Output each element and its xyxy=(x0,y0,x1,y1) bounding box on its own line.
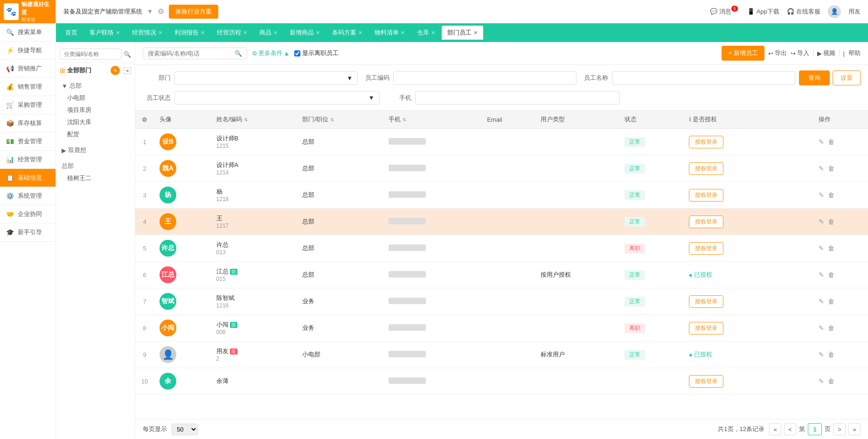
edit-icon[interactable]: ✎ xyxy=(819,165,824,172)
search-btn[interactable]: 查询 xyxy=(799,70,830,85)
edit-icon[interactable]: ✎ xyxy=(819,244,824,252)
delete-icon[interactable]: 🗑 xyxy=(828,218,834,225)
sidebar-item-operations[interactable]: 📊 经营管理 xyxy=(0,151,56,169)
sidebar-item-sales[interactable]: 💰 销售管理 xyxy=(0,78,56,96)
dept-child-distribution[interactable]: 配货 xyxy=(56,128,135,140)
dept-filter-select[interactable]: ▼ xyxy=(174,71,358,85)
search-icon[interactable]: 🔍 xyxy=(235,50,242,57)
close-icon[interactable]: ✕ xyxy=(401,30,405,36)
close-icon[interactable]: ✕ xyxy=(431,30,435,36)
user-avatar[interactable]: 👤 xyxy=(828,5,841,18)
collapse-icon[interactable]: « xyxy=(124,67,131,74)
app-download-btn[interactable]: 📱 App下载 xyxy=(747,7,779,16)
name-filter-input[interactable] xyxy=(612,71,795,85)
help-text-btn[interactable]: 帮助 xyxy=(848,49,861,57)
reset-btn[interactable]: 设置 xyxy=(833,70,861,85)
delete-icon[interactable]: 🗑 xyxy=(828,298,834,305)
tab-history[interactable]: 经营历程 ✕ xyxy=(211,26,253,40)
add-employee-btn[interactable]: + 新增员工 xyxy=(722,46,764,61)
delete-icon[interactable]: 🗑 xyxy=(828,271,834,279)
delete-icon[interactable]: 🗑 xyxy=(828,138,834,146)
import-btn[interactable]: ↪ 导入 xyxy=(791,49,809,57)
close-icon[interactable]: ✕ xyxy=(158,30,162,36)
code-filter-input[interactable] xyxy=(393,71,576,85)
dept-child-project[interactable]: 项目库房 xyxy=(56,104,135,116)
online-service-btn[interactable]: 🎧 在线客服 xyxy=(787,7,820,16)
dept-group-label-shuanglu[interactable]: ▶ 双鹿想 xyxy=(56,144,135,156)
search-input[interactable] xyxy=(148,50,232,57)
auth-login-btn[interactable]: 授权登录 xyxy=(689,216,723,228)
trial-btn[interactable]: 体验行业方案 xyxy=(169,5,218,19)
sidebar-item-quick-nav[interactable]: ⚡ 快捷导航 xyxy=(0,42,56,60)
tab-home[interactable]: 首页 xyxy=(60,26,83,40)
dept-child-shenyang[interactable]: 沈阳大库 xyxy=(56,116,135,128)
user-name[interactable]: 用友 xyxy=(848,7,861,16)
export-btn[interactable]: ↩ 导出 xyxy=(768,49,787,57)
dept-group-label-zongbu[interactable]: 总部 xyxy=(56,160,135,172)
sidebar-item-system[interactable]: ⚙️ 系统管理 xyxy=(0,187,56,205)
edit-icon[interactable]: ✎ xyxy=(819,351,824,358)
show-resigned-checkbox[interactable]: 显示离职员工 xyxy=(294,49,339,57)
delete-icon[interactable]: 🗑 xyxy=(828,191,834,199)
delete-icon[interactable]: 🗑 xyxy=(828,244,834,252)
help-btn[interactable]: | xyxy=(843,50,845,57)
auth-login-btn[interactable]: 授权登录 xyxy=(689,242,723,255)
sidebar-item-guide[interactable]: 🎓 新手引导 xyxy=(0,223,56,242)
delete-icon[interactable]: 🗑 xyxy=(828,324,834,332)
sidebar-item-search[interactable]: 🔍 搜索菜单 xyxy=(0,23,56,42)
edit-icon[interactable]: ✎ xyxy=(819,377,824,385)
close-icon[interactable]: ✕ xyxy=(358,30,362,36)
auth-login-btn[interactable]: 授权登录 xyxy=(689,162,723,175)
auth-login-btn[interactable]: 授权登录 xyxy=(689,322,723,334)
tab-goods[interactable]: 商品 ✕ xyxy=(254,26,283,40)
edit-icon[interactable]: ✎ xyxy=(819,271,824,279)
edit-icon[interactable]: ✎ xyxy=(819,218,824,225)
col-settings[interactable]: ⚙ xyxy=(135,111,154,129)
auth-login-btn[interactable]: 授权登录 xyxy=(689,189,723,202)
sidebar-item-collab[interactable]: 🤝 企业协同 xyxy=(0,205,56,223)
close-icon[interactable]: ✕ xyxy=(316,30,320,36)
last-page-btn[interactable]: » xyxy=(848,423,861,435)
close-icon[interactable]: ✕ xyxy=(473,30,478,36)
dept-child-zhishu[interactable]: 植树王二 xyxy=(56,172,135,184)
current-page[interactable]: 1 xyxy=(808,423,822,435)
edit-icon[interactable]: ✎ xyxy=(819,191,824,199)
delete-icon[interactable]: 🗑 xyxy=(828,165,834,172)
tab-bom[interactable]: 物料清单 ✕ xyxy=(369,26,410,40)
edit-icon[interactable]: ✎ xyxy=(819,138,824,146)
edit-icon[interactable]: ✎ xyxy=(111,66,120,75)
tab-profit[interactable]: 利润报告 ✕ xyxy=(169,26,210,40)
tab-operations[interactable]: 经营情况 ✕ xyxy=(126,26,168,40)
delete-icon[interactable]: 🗑 xyxy=(828,351,834,358)
sidebar-item-basics[interactable]: 📋 基础信息 xyxy=(0,169,56,187)
more-filter-btn[interactable]: ⚙ 更多条件 ▲ xyxy=(252,49,290,57)
col-dept[interactable]: 部门/职位 ⇅ xyxy=(297,111,383,129)
auth-login-btn[interactable]: 授权登录 xyxy=(689,375,723,388)
dept-search-input[interactable] xyxy=(60,49,122,60)
message-btn[interactable]: 💬 消息 6 xyxy=(710,7,740,16)
phone-filter-input[interactable] xyxy=(415,91,620,105)
prev-page-btn[interactable]: < xyxy=(784,423,796,435)
auth-login-btn[interactable]: 授权登录 xyxy=(689,136,723,148)
resigned-checkbox-input[interactable] xyxy=(294,50,300,56)
sidebar-item-purchase[interactable]: 🛒 采购管理 xyxy=(0,96,56,114)
close-icon[interactable]: ✕ xyxy=(243,30,247,36)
close-icon[interactable]: ✕ xyxy=(273,30,278,36)
edit-icon[interactable]: ✎ xyxy=(819,324,824,332)
tab-department[interactable]: 部门员工 ✕ xyxy=(442,26,483,40)
close-icon[interactable]: ✕ xyxy=(201,30,205,36)
sidebar-item-inventory[interactable]: 📦 库存核算 xyxy=(0,114,56,132)
first-page-btn[interactable]: « xyxy=(769,423,781,435)
edit-icon[interactable]: ✎ xyxy=(819,298,824,305)
auth-login-btn[interactable]: 授权登录 xyxy=(689,295,723,308)
video-btn[interactable]: ▶ 视频 xyxy=(817,49,835,57)
dropdown-arrow[interactable]: ▼ xyxy=(147,8,153,15)
delete-icon[interactable]: 🗑 xyxy=(828,377,834,385)
settings-icon[interactable]: ⚙ xyxy=(158,7,164,16)
tab-warehouse[interactable]: 仓库 ✕ xyxy=(411,26,441,40)
page-size-select[interactable]: 50 100 xyxy=(172,424,198,435)
col-name[interactable]: 姓名/编码 ⇅ xyxy=(211,111,297,129)
dept-group-label-general[interactable]: ▼ 总部 xyxy=(56,80,135,92)
close-icon[interactable]: ✕ xyxy=(116,30,120,36)
tab-barcode[interactable]: 条码方案 ✕ xyxy=(326,26,368,40)
